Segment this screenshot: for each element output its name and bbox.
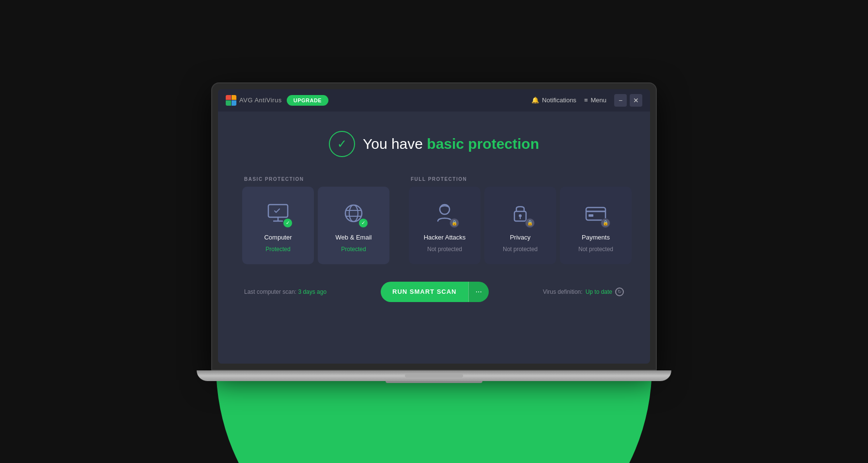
titlebar-right: 🔔 Notifications ≡ Menu − ✕ bbox=[531, 94, 642, 107]
hacker-icon-wrapper: 🔒 bbox=[429, 198, 460, 229]
payments-icon-wrapper: 🔒 bbox=[580, 198, 611, 229]
virus-def-label: Virus definition: bbox=[543, 288, 583, 295]
hero-accent: basic protection bbox=[427, 136, 539, 152]
scan-more-button[interactable]: ··· bbox=[468, 282, 489, 302]
notifications-label: Notifications bbox=[542, 96, 576, 104]
basic-protection-section: BASIC PROTECTION bbox=[242, 176, 389, 264]
avg-product-name: AntiVirus bbox=[253, 96, 282, 104]
payments-card[interactable]: 🔒 Payments Not protected bbox=[560, 187, 632, 264]
privacy-card-name: Privacy bbox=[510, 234, 531, 241]
computer-icon-wrapper: ✓ bbox=[263, 198, 294, 229]
notifications-button[interactable]: 🔔 Notifications bbox=[531, 96, 576, 104]
scan-more-label: ··· bbox=[476, 287, 482, 296]
payments-badge: 🔒 bbox=[601, 218, 610, 228]
svg-point-3 bbox=[345, 205, 362, 222]
last-scan-value: 3 days ago bbox=[298, 288, 326, 295]
svg-rect-13 bbox=[589, 214, 593, 217]
hero-prefix: You have bbox=[363, 136, 427, 152]
virus-definition-info: Virus definition: Up to date ↻ bbox=[543, 287, 624, 296]
bottom-bar: Last computer scan: 3 days ago RUN SMART… bbox=[242, 282, 626, 302]
basic-protection-label: BASIC PROTECTION bbox=[242, 176, 389, 182]
laptop-base-inner bbox=[405, 374, 463, 378]
computer-card[interactable]: ✓ Computer Protected bbox=[242, 187, 314, 264]
upgrade-button[interactable]: UPGRADE bbox=[287, 95, 329, 106]
bell-icon: 🔔 bbox=[531, 96, 539, 104]
full-protection-label: FULL PROTECTION bbox=[409, 176, 632, 182]
avg-brand-name: AVG bbox=[239, 96, 253, 104]
menu-icon: ≡ bbox=[584, 96, 588, 104]
laptop-wrapper: AVG AntiVirus UPGRADE 🔔 Notifications ≡ … bbox=[197, 82, 671, 381]
hacker-attacks-card[interactable]: 🔒 Hacker Attacks Not protected bbox=[409, 187, 480, 264]
virus-def-status: Up to date bbox=[586, 288, 612, 295]
minimize-button[interactable]: − bbox=[614, 94, 627, 107]
titlebar-left: AVG AntiVirus UPGRADE bbox=[226, 95, 328, 106]
avg-brand-text: AVG AntiVirus bbox=[239, 96, 282, 104]
web-email-icon-wrapper: ✓ bbox=[338, 198, 369, 229]
web-email-card-status: Protected bbox=[341, 246, 366, 253]
basic-cards-row: ✓ Computer Protected bbox=[242, 187, 389, 264]
svg-rect-11 bbox=[586, 208, 605, 220]
payments-card-name: Payments bbox=[582, 234, 610, 241]
main-content: ✓ You have basic protection BASIC PROTEC… bbox=[218, 112, 650, 364]
hero-check-icon: ✓ bbox=[329, 131, 355, 157]
svg-point-9 bbox=[519, 214, 522, 217]
privacy-card[interactable]: 🔒 Privacy Not protected bbox=[484, 187, 556, 264]
web-email-badge: ✓ bbox=[358, 218, 368, 228]
protection-area: BASIC PROTECTION bbox=[242, 176, 626, 264]
last-scan-info: Last computer scan: 3 days ago bbox=[244, 288, 326, 295]
web-email-card[interactable]: ✓ Web & Email Protected bbox=[318, 187, 389, 264]
avg-icon bbox=[226, 95, 236, 106]
privacy-badge: 🔒 bbox=[525, 218, 535, 228]
menu-button[interactable]: ≡ Menu bbox=[584, 96, 606, 104]
hero-text: You have basic protection bbox=[363, 136, 539, 152]
laptop-base bbox=[197, 370, 671, 381]
titlebar: AVG AntiVirus UPGRADE 🔔 Notifications ≡ … bbox=[218, 89, 650, 112]
hero-section: ✓ You have basic protection bbox=[242, 131, 626, 157]
privacy-icon-wrapper: 🔒 bbox=[505, 198, 536, 229]
scan-button-group: RUN SMART SCAN ··· bbox=[381, 282, 489, 302]
computer-badge: ✓ bbox=[283, 218, 293, 228]
menu-label: Menu bbox=[590, 96, 606, 104]
web-email-card-name: Web & Email bbox=[336, 234, 372, 241]
payments-card-status: Not protected bbox=[578, 246, 613, 253]
computer-card-name: Computer bbox=[264, 234, 292, 241]
hacker-badge: 🔒 bbox=[450, 218, 459, 228]
avg-logo: AVG AntiVirus bbox=[226, 95, 282, 106]
run-smart-scan-button[interactable]: RUN SMART SCAN bbox=[381, 282, 468, 301]
privacy-card-status: Not protected bbox=[503, 246, 538, 253]
last-scan-label: Last computer scan: bbox=[244, 288, 296, 295]
svg-point-4 bbox=[349, 205, 358, 222]
laptop-screen: AVG AntiVirus UPGRADE 🔔 Notifications ≡ … bbox=[211, 82, 657, 370]
computer-card-status: Protected bbox=[265, 246, 290, 253]
screen-inner: AVG AntiVirus UPGRADE 🔔 Notifications ≡ … bbox=[218, 89, 650, 364]
hacker-card-name: Hacker Attacks bbox=[424, 234, 466, 241]
hacker-card-status: Not protected bbox=[427, 246, 462, 253]
full-protection-section: FULL PROTECTION bbox=[409, 176, 632, 264]
refresh-button[interactable]: ↻ bbox=[615, 287, 624, 296]
window-controls: − ✕ bbox=[614, 94, 642, 107]
close-button[interactable]: ✕ bbox=[630, 94, 642, 107]
full-cards-row: 🔒 Hacker Attacks Not protected bbox=[409, 187, 632, 264]
